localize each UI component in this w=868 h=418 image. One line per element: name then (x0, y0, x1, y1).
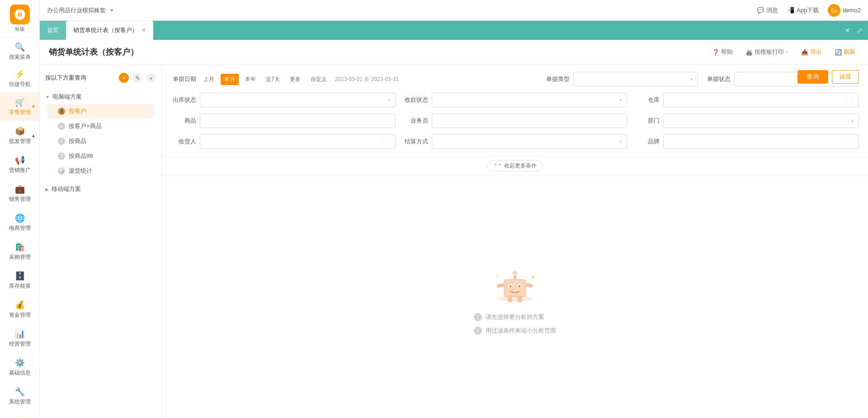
department-control[interactable]: ▾ (663, 114, 859, 128)
settle-arrow-icon: ▾ (619, 139, 622, 145)
salesman-dots-icon: ··· (614, 117, 623, 124)
query-button[interactable]: 查询 (797, 70, 828, 84)
tree-item-returns[interactable]: 📊 退货统计 (47, 164, 154, 178)
sidebar-quicknav[interactable]: ⚡ 快捷导航 (0, 65, 39, 92)
close-window-button[interactable]: ✕ (843, 24, 852, 37)
operations-label: 经营管理 (9, 340, 31, 348)
message-button[interactable]: 💬 消息 (757, 6, 778, 14)
tree-item-customer-goods[interactable]: ⊞ 按客户+商品 (47, 119, 154, 133)
date-btn-more[interactable]: 更多 (286, 74, 304, 85)
collapse-up-icon: ⌃⌃ (493, 163, 502, 169)
collect-status-label: 收款状态 (403, 96, 428, 104)
date-btn-custom[interactable]: 自定义 (307, 74, 330, 85)
print-button[interactable]: 🖨️ 按模板打印 ▾ (742, 46, 792, 58)
collect-status-control[interactable]: ▾ (432, 93, 627, 107)
customer-icon: 👤 (58, 108, 65, 115)
salesman-control[interactable]: ··· (432, 114, 627, 128)
tree-item-goods99[interactable]: ☰ 按商品99 (47, 149, 154, 163)
filter-area: 单据日期 上月 本月 本年 近7天 更多 自定义 2023-03-01 至 20… (162, 65, 868, 157)
operations-icon: 📊 (15, 329, 25, 339)
order-type-arrow-icon: ▾ (690, 76, 693, 82)
page-title: 销货单统计表（按客户） (49, 47, 138, 57)
order-type-control[interactable]: ▾ (573, 72, 698, 86)
date-label: 单据日期 (171, 75, 196, 83)
tree-group-mobile-header[interactable]: ▶ 移动端方案 (45, 182, 156, 196)
search-nav-label: 搜索菜单 (9, 53, 31, 61)
edit-scheme-button[interactable]: ✎ (132, 73, 142, 83)
sidebar-item-basic[interactable]: ⚙️ 基础信息 (0, 352, 39, 381)
empty-text: 1 请先选择要分析的方案 2 用过滤条件来缩小分析范围 (474, 313, 556, 335)
out-status-control[interactable]: ▾ (200, 93, 396, 107)
settle-control[interactable]: ▾ (432, 134, 627, 149)
app-download-button[interactable]: 📲 App下载 (787, 6, 819, 14)
sidebar-item-cooperation[interactable]: 🤝 企业协同 (0, 410, 39, 418)
settings-button[interactable]: 设置 (832, 70, 859, 84)
svg-text:✦: ✦ (531, 274, 535, 280)
brand-control[interactable]: ··· (663, 134, 859, 149)
tree-group-mobile-label: 移动端方案 (52, 185, 81, 193)
help-button[interactable]: ❓ 帮助 (708, 46, 736, 58)
finance-label: 资金管理 (9, 311, 31, 319)
tree-group-pc-header[interactable]: ▼ 电脑端方案 (45, 90, 156, 104)
tree-group-pc: ▼ 电脑端方案 👤 按客户 ⊞ 按客户+商品 ☰ (40, 88, 161, 180)
sidebar-item-inventory[interactable]: 🗄️ 库存核算 (0, 266, 39, 294)
header-right: 💬 消息 📲 App下载 Ea demo2 (757, 4, 861, 17)
tree-section: ▼ 电脑端方案 👤 按客户 ⊞ 按客户+商品 ☰ (40, 86, 161, 200)
collapse-button[interactable]: ⌃⌃ 收起更多条件 (487, 160, 542, 171)
sidebar-item-sales[interactable]: 💼 销售管理 (0, 179, 39, 208)
receiver-control[interactable]: ··· (200, 134, 396, 149)
user-profile[interactable]: Ea demo2 (828, 4, 861, 17)
date-btn-lastmonth[interactable]: 上月 (200, 74, 218, 85)
sidebar-item-operations[interactable]: 📊 经营管理 (0, 323, 39, 352)
tab-close-icon[interactable]: ✕ (142, 27, 146, 33)
sidebar-item-marketing[interactable]: 📢 营销推广 (0, 150, 39, 179)
date-btn-thismonth[interactable]: 本月 (221, 74, 239, 85)
export-button[interactable]: 📤 导出 (797, 46, 826, 58)
basic-icon: ⚙️ (15, 358, 25, 368)
industry-dropdown-icon[interactable]: ▾ (110, 7, 113, 14)
sidebar-item-finance[interactable]: 💰 资金管理 (0, 294, 39, 323)
app-download-icon: 📲 (787, 7, 794, 14)
returns-label: 退货统计 (69, 167, 92, 175)
collapse-panel-button[interactable]: « (146, 73, 156, 83)
customer-goods-icon: ⊞ (58, 123, 65, 130)
add-scheme-button[interactable]: + (119, 73, 129, 83)
filter-row-1: 单据日期 上月 本月 本年 近7天 更多 自定义 2023-03-01 至 20… (171, 72, 859, 86)
page-content: 销货单统计表（按客户） ❓ 帮助 🖨️ 按模板打印 ▾ 📤 导出 🔄 刷新 (40, 40, 868, 418)
logo-text: 标版 (15, 26, 25, 33)
date-filter: 上月 本月 本年 近7天 更多 自定义 2023-03-01 至 2023-03… (200, 74, 537, 85)
tab-home-label: 首页 (47, 26, 59, 34)
department-label: 部门 (634, 117, 660, 125)
tree-item-goods[interactable]: ☰ 按商品 (47, 134, 154, 148)
customer-label: 按客户 (69, 107, 86, 115)
sidebar-item-ecommerce[interactable]: 🌐 电商管理 (0, 208, 39, 237)
print-icon: 🖨️ (745, 49, 753, 56)
tab-home[interactable]: 首页 (40, 21, 66, 40)
sidebar-item-retail[interactable]: 🛒 零售管理 ▼ (0, 92, 39, 121)
left-panel: 按以下方案查询 + ✎ « ▼ 电脑端方案 (40, 65, 162, 418)
retail-label: 零售管理 (9, 109, 31, 116)
goods99-icon: ☰ (58, 152, 65, 160)
date-btn-7days[interactable]: 近7天 (262, 74, 283, 85)
refresh-icon: 🔄 (835, 49, 842, 56)
collect-status-arrow-icon: ▾ (619, 97, 622, 103)
refresh-button[interactable]: 🔄 刷新 (831, 46, 859, 58)
filter-row-4: 收货人 ··· 结算方式 ▾ (171, 134, 859, 149)
retail-icon: 🛒 (15, 97, 25, 107)
sidebar-item-purchase[interactable]: 🛍️ 采购管理 (0, 237, 39, 266)
warehouse-control[interactable]: ··· (663, 93, 859, 107)
date-btn-thisyear[interactable]: 本年 (241, 74, 259, 85)
goods-control[interactable]: ··· (200, 114, 396, 128)
sidebar-search-nav[interactable]: 🔍 搜索菜单 (0, 38, 39, 65)
tab-sales-stats[interactable]: 销货单统计表（按客户） ✕ (66, 21, 153, 40)
sidebar-item-wholesale[interactable]: 📦 批发管理 ▲ (0, 121, 39, 150)
filter-item-salesman: 业务员 ··· (403, 114, 627, 128)
system-icon: 🔧 (15, 387, 25, 397)
tree-item-customer[interactable]: 👤 按客户 (47, 104, 154, 119)
search-icon: 🔍 (15, 42, 25, 52)
customer-goods-label: 按客户+商品 (69, 122, 102, 130)
maximize-window-button[interactable]: ⤢ (855, 24, 864, 37)
panel-title: 按以下方案查询 (45, 74, 115, 82)
warehouse-label: 仓库 (634, 96, 660, 104)
sidebar-item-system[interactable]: 🔧 系统管理 (0, 381, 39, 410)
